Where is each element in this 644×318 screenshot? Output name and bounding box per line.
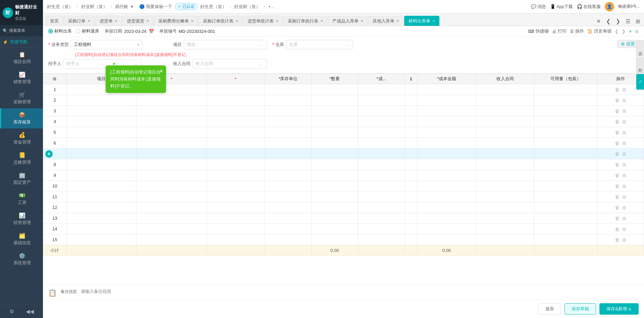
copy-icon[interactable]: ⊞ <box>622 119 626 124</box>
tab-product-in-close[interactable]: ✕ <box>361 19 363 23</box>
col-header-settings[interactable]: ⚙ <box>43 74 67 84</box>
tab-view-list[interactable]: ☰ <box>624 17 632 26</box>
tab-purchase-exec[interactable]: 采购订单执行表 ✕ <box>283 16 327 26</box>
biz-type-input[interactable]: 工程领料 ▾ <box>71 40 142 49</box>
delete-icon[interactable]: 🗑 <box>615 108 620 114</box>
copy-icon[interactable]: ⊞ <box>622 216 626 221</box>
quick-nav[interactable]: ⚡ 快捷导航 <box>0 36 43 48</box>
topnav-dropdown[interactable]: ▾ <box>131 4 133 9</box>
radio-material-out[interactable]: 材料出库 <box>48 28 72 34</box>
user-name[interactable]: 畅捷通8号... <box>618 4 640 9</box>
delete-icon[interactable]: 🗑 <box>615 162 620 167</box>
copy-icon[interactable]: ⊞ <box>622 173 626 178</box>
delete-icon[interactable]: 🗑 <box>615 173 620 178</box>
right-panel-settings[interactable]: 设 <box>636 40 644 56</box>
income-contract-ellipsis[interactable]: ... <box>258 61 264 66</box>
delete-icon[interactable]: 🗑 <box>615 130 620 135</box>
topnav-ydz[interactable]: 易代账 <box>115 4 128 10</box>
topnav-hyc2[interactable]: 好业财（首） <box>234 4 260 10</box>
history-btn[interactable]: 📜 历史单据 <box>587 28 611 34</box>
copy-icon[interactable]: ⊞ <box>622 237 626 243</box>
delete-icon[interactable]: 🗑 <box>615 226 620 232</box>
tab-other-in[interactable]: 其他入库单 ✕ <box>368 16 404 26</box>
row-pack[interactable] <box>534 84 597 95</box>
doc-date-value[interactable]: 2023-03-24 <box>124 29 147 34</box>
copy-icon[interactable]: ⊞ <box>622 108 626 114</box>
save-draft-button[interactable]: 保存草稿 <box>565 303 596 315</box>
row-spec[interactable] <box>206 84 265 95</box>
tab-purchase-order[interactable]: 采购订单 ✕ <box>64 16 95 26</box>
copy-icon[interactable]: ⊞ <box>622 194 626 200</box>
right-panel-green[interactable]: ✓ <box>636 74 644 90</box>
calendar-icon[interactable]: 📅 <box>149 29 154 34</box>
copy-icon[interactable]: ⊞ <box>622 205 626 210</box>
sidebar-item-assets[interactable]: 🏢 固定资产 <box>0 169 43 189</box>
delete-row-icon[interactable]: 🗑 <box>615 87 620 92</box>
sidebar-item-payroll[interactable]: 💵 工资 <box>0 189 43 209</box>
tab-goods-return[interactable]: 进货退货 ✕ <box>122 16 153 26</box>
sidebar-item-project[interactable]: 📋 项目合同 <box>0 48 43 68</box>
row-income[interactable] <box>476 84 534 95</box>
print-btn[interactable]: 🖨 打印 <box>552 28 567 34</box>
tab-purchase-expense[interactable]: 采购费用分摊单 ✕ <box>154 16 198 26</box>
next-doc-icon[interactable]: ❯ <box>622 29 626 34</box>
topnav-experience[interactable]: 我要体验一下 <box>146 4 172 10</box>
add-row-button[interactable]: + <box>45 150 53 158</box>
sidebar-item-purchase[interactable]: 🛒 采购管理 <box>0 88 43 108</box>
project-input[interactable]: 项目 ... <box>184 40 267 49</box>
collapse-icon[interactable]: ◀◀ <box>26 308 34 315</box>
copy-row-icon[interactable]: ⊞ <box>622 87 626 92</box>
row-cost[interactable] <box>358 84 405 95</box>
tab-nav-next[interactable]: ❯ <box>614 17 622 26</box>
delete-icon[interactable]: 🗑 <box>615 183 620 189</box>
copy-icon[interactable]: ⊞ <box>622 151 626 157</box>
list-view-icon[interactable]: ≡ <box>629 29 632 34</box>
tab-close-all[interactable]: ✕ <box>595 17 602 26</box>
topbar-online-service[interactable]: 🎧 在线客服 <box>577 4 601 10</box>
delete-icon[interactable]: 🗑 <box>615 98 620 103</box>
sidebar-item-finance[interactable]: 💰 资金管理 <box>0 128 43 149</box>
warehouse-input[interactable]: 仓库 ... <box>286 40 353 49</box>
sidebar-item-sales[interactable]: 📈 销售管理 <box>0 68 43 88</box>
settings-icon[interactable]: ⚙ <box>9 308 14 315</box>
copy-icon[interactable]: ⊞ <box>622 141 626 146</box>
tab-purchase-stats-close[interactable]: ✕ <box>235 19 238 23</box>
sidebar-item-inventory[interactable]: 📦 库存核算 <box>0 108 43 128</box>
delete-icon[interactable]: 🗑 <box>615 119 620 124</box>
delete-icon[interactable]: 🗑 <box>615 141 620 146</box>
copy-icon[interactable]: ⊞ <box>622 130 626 135</box>
tab-view-grid[interactable]: ⊞ <box>634 17 641 26</box>
topbar-message[interactable]: 💬 消息 <box>531 4 546 10</box>
copy-icon[interactable]: ⊞ <box>622 226 626 232</box>
user-avatar[interactable]: 👤 <box>605 2 614 11</box>
tab-product-in[interactable]: 产成品入库单 ✕ <box>328 16 368 26</box>
tab-goods-in-stats-close[interactable]: ✕ <box>276 19 278 23</box>
delete-icon[interactable]: 🗑 <box>615 194 620 200</box>
sidebar-search[interactable]: 🔍 搜索菜单 <box>0 25 43 36</box>
project-ellipsis[interactable]: ... <box>258 42 264 47</box>
tab-purchase-expense-close[interactable]: ✕ <box>191 19 194 23</box>
row-cost-amt[interactable] <box>418 84 476 95</box>
tab-goods-in-close[interactable]: ✕ <box>115 19 117 23</box>
topnav-hyc[interactable]: 好业财（首） <box>81 4 107 10</box>
tab-purchase-order-close[interactable]: ✕ <box>88 19 90 23</box>
note-input[interactable] <box>81 287 639 295</box>
topnav-hsy2[interactable]: 好生意（首） <box>200 4 226 10</box>
tooltip-close-icon[interactable]: ✕ <box>159 67 163 75</box>
sidebar-item-basic[interactable]: 🗂️ 基础信息 <box>0 229 43 249</box>
tab-material-out-close[interactable]: ✕ <box>432 19 435 23</box>
sidebar-item-operations[interactable]: 📊 经营管理 <box>0 209 43 229</box>
quick-key-btn[interactable]: ⌨ 快捷键 <box>528 28 549 34</box>
tab-purchase-exec-close[interactable]: ✕ <box>320 19 323 23</box>
radio-material-return[interactable]: 材料退库 <box>76 28 99 34</box>
tab-goods-in[interactable]: 进货单 ✕ <box>95 16 122 26</box>
sidebar-item-accounting[interactable]: 📒 总账管理 <box>0 149 43 169</box>
copy-icon[interactable]: ⊞ <box>622 98 626 103</box>
tab-goods-in-stats[interactable]: 进货单统计表 ✕ <box>243 16 283 26</box>
topnav-hsy[interactable]: 好生意（首） <box>47 4 73 10</box>
copy-icon[interactable]: ⊞ <box>622 183 626 189</box>
prev-doc-icon[interactable]: ❮ <box>615 29 619 34</box>
settings-btn[interactable]: ⚙ 设置 <box>617 40 639 48</box>
tab-home[interactable]: 首页 <box>46 16 63 26</box>
right-panel-attach[interactable]: 附 <box>636 57 644 73</box>
